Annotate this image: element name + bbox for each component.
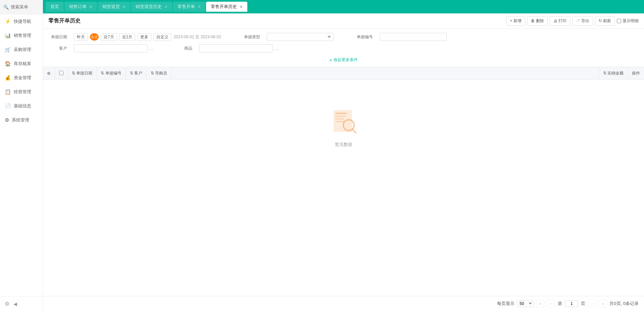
th-salesperson-label: ⇅ 导购员 <box>151 71 167 75</box>
sidebar-item-sales-mgmt[interactable]: 📊销售管理 <box>0 29 43 43</box>
search-icon: 🔍 <box>3 5 9 10</box>
show-detail-checkbox-label[interactable]: 显示明细 <box>617 18 639 24</box>
svg-line-7 <box>352 129 356 133</box>
last-page-btn[interactable]: » <box>599 300 607 308</box>
th-action-label: 操作 <box>632 71 640 75</box>
empty-state-row: 暂无数据 <box>43 80 644 175</box>
empty-illustration <box>327 107 360 137</box>
next-page-btn[interactable]: › <box>588 300 596 308</box>
tabs-bar: 首页销售订单✕销货退货✕销货退货历史✕零售开单✕零售开单历史✕ <box>43 0 644 13</box>
empty-state: 暂无数据 <box>43 80 644 174</box>
toolbar: 零售开单历史 + 新增 🗑 删除 🖨 打印 ↗ 导出 ↻ 刷新 显示明细 <box>43 13 644 29</box>
table-header: ⚙ ⇅ 单据日期 ⇅ 单据编号 ⇅ 客户 ⇅ 导购员 <box>43 67 644 80</box>
sidebar-item-base-info[interactable]: 📄基础信息 <box>0 99 43 113</box>
empty-text: 暂无数据 <box>335 142 352 148</box>
tab-close-retail-open-history[interactable]: ✕ <box>240 5 243 9</box>
date-range-text: 2023-06-02 至 2023-06-02 <box>174 34 221 40</box>
tab-label-retail-open: 零售开单 <box>178 4 195 10</box>
collapse-chevron-icon: ∧ <box>329 58 332 62</box>
sidebar-item-sys-mgmt[interactable]: ⚙系统管理 <box>0 113 43 127</box>
pagination-bar: 每页显示 50 10 20 100 « ‹ 第 页 › » 共0页, 0条记录 <box>43 296 644 311</box>
tab-sales-return[interactable]: 销货退货✕ <box>98 2 130 12</box>
collapse-btn[interactable]: ∧ 收起更多条件 <box>329 57 358 63</box>
tab-retail-open[interactable]: 零售开单✕ <box>173 2 205 12</box>
customer-input[interactable] <box>74 44 148 52</box>
page-of-label: 页 <box>581 301 585 307</box>
collapse-label: 收起更多条件 <box>334 57 358 63</box>
sidebar-icon-sys-mgmt: ⚙ <box>5 117 9 123</box>
sidebar-item-quick-nav[interactable]: ⚡快捷导航 <box>0 14 43 29</box>
filter-row-2: 客户 ... 商品 ... <box>48 44 639 52</box>
month-btn[interactable]: 近1月 <box>119 33 136 41</box>
customer-label: 客户 <box>48 46 67 51</box>
add-button[interactable]: + 新增 <box>506 16 525 26</box>
sidebar-nav: ⚡快捷导航📊销售管理🛒采购管理🏠库存核算💰资金管理📋经营管理📄基础信息⚙系统管理 <box>0 14 43 296</box>
custom-btn[interactable]: 自定义 <box>153 33 171 41</box>
tab-close-sales-order[interactable]: ✕ <box>89 5 92 9</box>
select-all-checkbox[interactable] <box>59 71 63 75</box>
tab-retail-open-history[interactable]: 零售开单历史✕ <box>206 2 247 12</box>
th-customer-label: ⇅ 客户 <box>130 71 142 75</box>
sidebar-item-finance[interactable]: 💰资金管理 <box>0 71 43 85</box>
tab-close-retail-open[interactable]: ✕ <box>198 5 201 9</box>
th-salesperson[interactable]: ⇅ 导购员 <box>147 67 171 80</box>
svg-rect-4 <box>335 121 345 122</box>
print-button[interactable]: 🖨 打印 <box>550 16 570 26</box>
more-btn[interactable]: 更多 <box>137 33 151 41</box>
page-number-input[interactable] <box>565 300 578 307</box>
svg-rect-2 <box>335 116 345 117</box>
delete-button[interactable]: 🗑 删除 <box>527 16 548 26</box>
page-title: 零售开单历史 <box>48 17 503 24</box>
sidebar-item-inventory[interactable]: 🏠库存核算 <box>0 57 43 71</box>
th-gear[interactable]: ⚙ <box>43 67 55 80</box>
sidebar-label-sys-mgmt: 系统管理 <box>12 117 29 123</box>
th-doc-no-label: ⇅ 单据编号 <box>101 71 121 75</box>
th-doc-no[interactable]: ⇅ 单据编号 <box>97 67 126 80</box>
sidebar-search-label: 搜索菜单 <box>11 4 28 10</box>
yesterday-btn[interactable]: 昨天 <box>74 33 88 41</box>
th-customer[interactable]: ⇅ 客户 <box>126 67 146 80</box>
main-table: ⚙ ⇅ 单据日期 ⇅ 单据编号 ⇅ 客户 ⇅ 导购员 <box>43 67 644 174</box>
sidebar-footer: ⚙ ◀ <box>0 296 43 311</box>
filter-row-1: 单据日期 昨天 今天 近7天 近1月 更多 自定义 2023-06-02 至 2… <box>48 33 639 41</box>
doc-no-input[interactable] <box>380 33 447 41</box>
svg-rect-1 <box>335 113 347 114</box>
toolbar-actions: + 新增 🗑 删除 🖨 打印 ↗ 导出 ↻ 刷新 显示明细 <box>506 16 639 26</box>
th-amount[interactable]: ⇅ 实销金额 <box>599 67 628 80</box>
svg-point-6 <box>345 122 352 128</box>
settings-icon[interactable]: ⚙ <box>5 301 9 307</box>
tab-sales-return-history[interactable]: 销货退货历史✕ <box>131 2 172 12</box>
tab-close-sales-return-history[interactable]: ✕ <box>164 5 167 9</box>
goods-more-icon[interactable]: ... <box>274 45 279 51</box>
prev-page-btn[interactable]: ‹ <box>547 300 555 308</box>
per-page-label: 每页显示 <box>497 301 514 307</box>
table-body: 暂无数据 <box>43 80 644 175</box>
tab-label-sales-return-history: 销货退货历史 <box>136 4 162 10</box>
collapse-sidebar-icon[interactable]: ◀ <box>13 301 17 307</box>
week-btn[interactable]: 近7天 <box>101 33 117 41</box>
tab-close-sales-return[interactable]: ✕ <box>122 5 126 9</box>
sidebar-label-operations: 经营管理 <box>14 89 31 95</box>
goods-input[interactable] <box>199 44 273 52</box>
main-area: 首页销售订单✕销货退货✕销货退货历史✕零售开单✕零售开单历史✕ 零售开单历史 +… <box>43 0 644 311</box>
sidebar-item-purchase-mgmt[interactable]: 🛒采购管理 <box>0 43 43 57</box>
sidebar-label-purchase-mgmt: 采购管理 <box>14 47 31 53</box>
th-checkbox <box>55 67 68 80</box>
tab-home[interactable]: 首页 <box>46 2 64 12</box>
th-spacer <box>171 67 599 80</box>
th-date[interactable]: ⇅ 单据日期 <box>68 67 97 80</box>
sidebar-search-btn[interactable]: 🔍 搜索菜单 <box>0 0 43 14</box>
per-page-select[interactable]: 50 10 20 100 <box>517 300 534 307</box>
sidebar-item-operations[interactable]: 📋经营管理 <box>0 85 43 99</box>
today-btn[interactable]: 今天 <box>90 33 99 41</box>
first-page-btn[interactable]: « <box>536 300 544 308</box>
tab-sales-order[interactable]: 销售订单✕ <box>64 2 97 12</box>
customer-more-icon[interactable]: ... <box>149 45 153 51</box>
refresh-button[interactable]: ↻ 刷新 <box>595 16 615 26</box>
show-detail-checkbox[interactable] <box>617 19 621 23</box>
doc-type-select[interactable] <box>267 33 334 41</box>
export-button[interactable]: ↗ 导出 <box>572 16 593 26</box>
sidebar-label-base-info: 基础信息 <box>14 103 31 109</box>
page-label: 第 <box>558 301 562 307</box>
sidebar-icon-quick-nav: ⚡ <box>5 18 11 24</box>
